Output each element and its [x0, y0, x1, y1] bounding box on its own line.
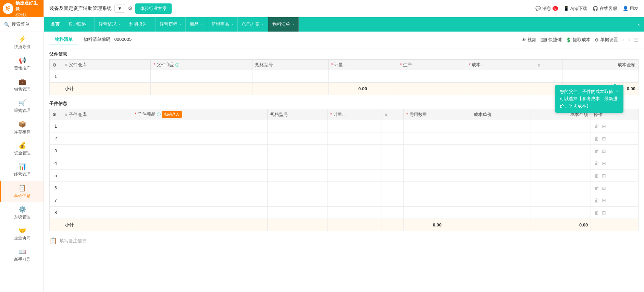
- view-action[interactable]: 👁 视频: [522, 37, 536, 43]
- child-row-qty[interactable]: [404, 145, 471, 157]
- search-menu-button[interactable]: 🔍 搜索菜单: [3, 20, 41, 29]
- sidebar-item-purchase[interactable]: 🛒 采购管理: [0, 96, 44, 117]
- child-row-unit[interactable]: [327, 194, 382, 207]
- sidebar-item-system[interactable]: ⚙️ 系统管理: [0, 202, 44, 223]
- child-row-unit[interactable]: [327, 207, 382, 219]
- delete-icon[interactable]: 🗑: [594, 124, 599, 129]
- child-row-unit[interactable]: [327, 157, 382, 170]
- sidebar-item-ops[interactable]: 📊 经营管理: [0, 160, 44, 181]
- sidebar-item-collab[interactable]: 🤝 企业协同: [0, 223, 44, 245]
- child-row-unit[interactable]: [327, 132, 382, 145]
- gear-icon[interactable]: ⚙: [128, 5, 133, 12]
- child-row-goods[interactable]: [132, 132, 268, 145]
- copy-icon[interactable]: ⊞: [602, 161, 606, 166]
- child-row-qty[interactable]: [404, 207, 471, 219]
- child-row-goods[interactable]: [132, 145, 268, 157]
- child-row-qty[interactable]: [404, 120, 471, 132]
- close-all-tabs[interactable]: ×: [636, 21, 641, 28]
- delete-icon[interactable]: 🗑: [594, 161, 599, 166]
- user-menu[interactable]: 👤 用友: [623, 5, 639, 12]
- copy-icon[interactable]: ⊞: [602, 198, 606, 203]
- child-row-warehouse[interactable]: [62, 145, 132, 157]
- sidebar-item-quick-nav[interactable]: ⚡ 快捷导航: [0, 32, 44, 53]
- experience-btn[interactable]: 体验行业方案: [135, 3, 172, 14]
- child-row-warehouse[interactable]: [62, 132, 132, 145]
- child-row-qty[interactable]: [404, 157, 471, 170]
- delete-icon[interactable]: 🗑: [594, 210, 599, 215]
- app-download-btn[interactable]: 📱 App下载: [564, 5, 587, 12]
- tab-barcode-close[interactable]: ×: [262, 23, 264, 26]
- scan-input-btn[interactable]: 扫码录入: [162, 111, 182, 118]
- child-row-goods[interactable]: [132, 182, 268, 194]
- tab-customers-close[interactable]: ×: [88, 23, 90, 26]
- sidebar-item-guide[interactable]: 📖 新手引导: [0, 245, 44, 266]
- copy-icon[interactable]: ⊞: [602, 136, 606, 141]
- tab-operations[interactable]: 经营情况 ×: [95, 17, 125, 32]
- extract-cost-action[interactable]: 💲 提取成本: [566, 37, 591, 43]
- single-settings-action[interactable]: ⚙ 单据设置: [595, 37, 618, 43]
- parent-row-1-production[interactable]: [397, 70, 466, 83]
- sub-tab-bom-list[interactable]: 物料清单: [49, 34, 78, 45]
- tab-bom-close[interactable]: ×: [292, 23, 294, 26]
- tab-profit-close[interactable]: ×: [149, 23, 151, 26]
- delete-icon[interactable]: 🗑: [594, 136, 599, 141]
- shortcut-action[interactable]: ⌨ 快捷键: [541, 37, 562, 43]
- sub-tab-bom-code[interactable]: 物料清单编码 0000005: [78, 34, 137, 45]
- tooltip-close-btn[interactable]: ×: [616, 88, 619, 95]
- delete-icon[interactable]: 🗑: [594, 173, 599, 178]
- copy-icon[interactable]: ⊞: [602, 210, 606, 215]
- online-service-btn[interactable]: 🎧 在线客服: [593, 5, 617, 12]
- child-col-settings[interactable]: ⚙: [50, 109, 62, 120]
- tab-bom[interactable]: 物料清单 ×: [268, 17, 299, 32]
- sort-icon[interactable]: ⇅: [65, 63, 67, 67]
- tab-history[interactable]: 经营历程 ×: [156, 17, 186, 32]
- tab-barcode[interactable]: 条码方案 ×: [238, 17, 268, 32]
- child-row-warehouse[interactable]: [62, 207, 132, 219]
- child-row-warehouse[interactable]: [62, 170, 132, 182]
- tab-new-goods[interactable]: 新增商品 ×: [207, 17, 238, 32]
- parent-row-1-warehouse[interactable]: [62, 70, 151, 83]
- delete-icon[interactable]: 🗑: [594, 148, 599, 154]
- parent-row-1-unit[interactable]: [328, 70, 397, 83]
- child-row-unit[interactable]: [327, 170, 382, 182]
- child-row-warehouse[interactable]: [62, 157, 132, 170]
- parent-row-1-cost[interactable]: [466, 70, 535, 83]
- child-row-unit[interactable]: [327, 182, 382, 194]
- parent-row-1-goods[interactable]: [151, 70, 252, 83]
- child-row-goods[interactable]: [132, 194, 268, 207]
- tab-operations-close[interactable]: ×: [119, 23, 121, 26]
- child-row-warehouse[interactable]: [62, 182, 132, 194]
- sidebar-item-basic[interactable]: 📋 基础信息: [0, 181, 44, 202]
- nav-next-btn[interactable]: ›: [628, 37, 630, 43]
- copy-icon[interactable]: ⊞: [602, 124, 606, 129]
- system-dropdown[interactable]: ▼: [114, 4, 125, 13]
- delete-icon[interactable]: 🗑: [594, 198, 599, 203]
- sidebar-item-inventory[interactable]: 📦 库存核算: [0, 117, 44, 138]
- sidebar-item-marketing[interactable]: 📢 营销推广: [0, 53, 44, 74]
- tab-customers[interactable]: 客户联络 ×: [64, 17, 95, 32]
- message-btn[interactable]: 💬 消息 6: [535, 5, 558, 12]
- tab-goods-close[interactable]: ×: [201, 23, 203, 26]
- sidebar-item-sales[interactable]: 💼 销售管理: [0, 74, 44, 96]
- nav-prev-btn[interactable]: ‹: [622, 37, 624, 43]
- copy-icon[interactable]: ⊞: [602, 173, 606, 178]
- child-row-qty[interactable]: [404, 194, 471, 207]
- child-row-goods[interactable]: [132, 207, 268, 219]
- sidebar-item-finance[interactable]: 💰 资金管理: [0, 138, 44, 160]
- child-row-unit[interactable]: [327, 120, 382, 132]
- child-row-qty[interactable]: [404, 170, 471, 182]
- delete-icon[interactable]: 🗑: [594, 185, 599, 191]
- parent-col-settings[interactable]: ⚙: [50, 60, 62, 70]
- tab-home[interactable]: 首页: [47, 17, 64, 32]
- child-row-goods[interactable]: [132, 120, 268, 132]
- child-row-qty[interactable]: [404, 132, 471, 145]
- child-row-unit[interactable]: [327, 145, 382, 157]
- child-row-warehouse[interactable]: [62, 120, 132, 132]
- child-row-warehouse[interactable]: [62, 194, 132, 207]
- child-row-goods[interactable]: [132, 170, 268, 182]
- grid-view-btn[interactable]: ☰: [634, 37, 639, 43]
- copy-icon[interactable]: ⊞: [602, 148, 606, 154]
- child-row-goods[interactable]: [132, 157, 268, 170]
- tab-profit[interactable]: 利润报告 ×: [125, 17, 156, 32]
- child-row-qty[interactable]: [404, 182, 471, 194]
